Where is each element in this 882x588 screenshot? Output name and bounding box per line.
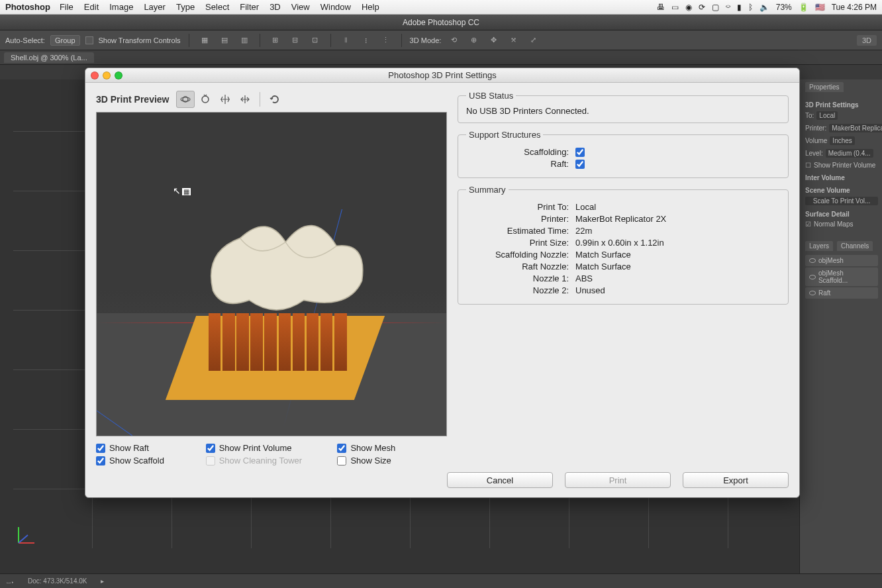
eye-icon[interactable]: ◉ xyxy=(685,3,692,12)
dist-icon-3[interactable]: ⋮ xyxy=(379,33,393,48)
prop-volume-value[interactable]: Inches xyxy=(830,136,854,145)
orbit-tool-icon[interactable] xyxy=(176,91,195,108)
minimize-icon[interactable] xyxy=(103,72,111,79)
properties-panel: Properties 3D Print Settings To:Local Pr… xyxy=(799,79,882,588)
clock[interactable]: Tue 4:26 PM xyxy=(832,3,877,12)
dist-icon-2[interactable]: ⫶ xyxy=(359,33,373,48)
document-tab-bar: Shell.obj @ 300% (La... xyxy=(0,50,882,65)
show-transform-label: Show Transform Controls xyxy=(99,36,181,44)
scale-to-print-button[interactable]: Scale To Print Vol... xyxy=(805,197,878,205)
print-button[interactable]: Print xyxy=(565,472,671,488)
signal-icon[interactable]: ▮ xyxy=(737,3,742,12)
printer-icon[interactable]: 🖶 xyxy=(657,3,665,12)
summary-scaffold-nozzle-label: Scaffolding Nozzle: xyxy=(466,250,569,260)
export-button[interactable]: Export xyxy=(683,472,789,488)
menu-3d[interactable]: 3D xyxy=(270,2,281,12)
layers-tab[interactable]: Layers xyxy=(805,241,833,251)
channels-tab[interactable]: Channels xyxy=(837,241,873,251)
menu-window[interactable]: Window xyxy=(320,2,351,12)
align-icon-1[interactable]: ▦ xyxy=(197,33,212,48)
summary-nozzle2-value: Unused xyxy=(575,285,605,295)
align-icon-6[interactable]: ⊡ xyxy=(308,33,322,48)
close-icon[interactable] xyxy=(91,72,99,79)
show-printer-volume-check[interactable]: ☐ xyxy=(805,162,811,169)
status-arrow-icon[interactable]: ▸ xyxy=(101,577,104,585)
pan-tool-icon[interactable] xyxy=(216,91,234,108)
raft-label: Raft: xyxy=(466,159,569,169)
flag-icon[interactable]: 🇺🇸 xyxy=(815,3,825,12)
volume-icon[interactable]: 🔈 xyxy=(760,3,769,12)
show-size-checkbox[interactable]: Show Size xyxy=(337,456,447,466)
properties-tab[interactable]: Properties xyxy=(805,82,844,92)
menu-file[interactable]: File xyxy=(60,2,74,12)
3d-print-settings-dialog: Photoshop 3D Print Settings 3D Print Pre… xyxy=(85,68,800,498)
show-raft-checkbox[interactable]: Show Raft xyxy=(96,443,206,453)
prop-level-value[interactable]: Medium (0.4... xyxy=(826,149,873,158)
align-icon-5[interactable]: ⊟ xyxy=(288,33,303,48)
raft-checkbox[interactable] xyxy=(575,160,585,169)
pan-icon[interactable]: ✥ xyxy=(486,33,501,48)
sync-icon[interactable]: ⟳ xyxy=(699,3,705,12)
dialog-titlebar[interactable]: Photoshop 3D Print Settings xyxy=(85,68,799,83)
menu-filter[interactable]: Filter xyxy=(240,2,259,12)
axis-gizmo[interactable] xyxy=(13,522,40,548)
cancel-button[interactable]: Cancel xyxy=(447,472,553,488)
visibility-icon[interactable] xyxy=(809,275,816,279)
layer-item[interactable]: objMesh xyxy=(805,255,878,266)
orbit-icon[interactable]: ⟲ xyxy=(446,33,461,48)
layer-item[interactable]: objMesh Scaffold... xyxy=(805,268,878,286)
visibility-icon[interactable] xyxy=(809,258,816,263)
normal-maps-check[interactable]: ☑ xyxy=(805,220,811,228)
scale-icon[interactable]: ⤢ xyxy=(526,33,540,48)
auto-select-dropdown[interactable]: Group xyxy=(50,35,80,46)
svg-point-4 xyxy=(181,97,190,101)
doc-size[interactable]: Doc: 473.3K/514.0K xyxy=(28,577,87,585)
prop-level-label: Level: xyxy=(805,150,823,157)
display-icon[interactable]: ▭ xyxy=(671,3,679,12)
roll-icon[interactable]: ⊕ xyxy=(466,33,481,48)
layer-item[interactable]: Raft xyxy=(805,287,878,299)
slide-tool-icon[interactable] xyxy=(236,91,254,108)
menu-type[interactable]: Type xyxy=(176,2,195,12)
show-cleaning-tower-checkbox: Show Cleaning Tower xyxy=(206,456,338,466)
show-print-volume-checkbox[interactable]: Show Print Volume xyxy=(206,443,338,453)
align-icon-3[interactable]: ▥ xyxy=(237,33,252,48)
wifi-icon[interactable]: ⌔ xyxy=(726,3,730,12)
zoom-icon[interactable] xyxy=(115,72,122,79)
auto-select-label: Auto-Select: xyxy=(5,36,45,44)
menu-edit[interactable]: Edit xyxy=(84,2,99,12)
reset-view-icon[interactable] xyxy=(266,91,284,108)
align-icon-4[interactable]: ⊞ xyxy=(268,33,283,48)
visibility-icon[interactable] xyxy=(809,291,816,295)
menu-select[interactable]: Select xyxy=(205,2,229,12)
usb-status-group: USB Status No USB 3D Printers Connected. xyxy=(458,91,789,123)
document-tab[interactable]: Shell.obj @ 300% (La... xyxy=(4,52,94,63)
prop-printer-value[interactable]: MakerBot Replicat... xyxy=(829,124,882,132)
show-mesh-checkbox[interactable]: Show Mesh xyxy=(337,443,447,453)
menu-view[interactable]: View xyxy=(291,2,310,12)
dist-icon-1[interactable]: ⫴ xyxy=(339,33,354,48)
summary-group: Summary Print To:Local Printer:MakerBot … xyxy=(458,185,789,305)
usb-status-legend: USB Status xyxy=(466,91,516,101)
battery-percent[interactable]: 73% xyxy=(776,3,792,12)
bluetooth-icon[interactable]: ᛒ xyxy=(748,3,753,12)
summary-time-label: Estimated Time: xyxy=(466,226,569,236)
app-name[interactable]: Photoshop xyxy=(5,2,50,12)
workspace-badge[interactable]: 3D xyxy=(857,35,877,46)
menu-layer[interactable]: Layer xyxy=(144,2,166,12)
inter-volume-heading: Inter Volume xyxy=(805,174,878,181)
scaffolding-checkbox[interactable] xyxy=(575,148,585,157)
roll-tool-icon[interactable] xyxy=(196,91,215,108)
align-icon-2[interactable]: ▤ xyxy=(217,33,232,48)
menu-help[interactable]: Help xyxy=(362,2,379,12)
show-transform-checkbox[interactable] xyxy=(85,36,93,44)
prop-to-value[interactable]: Local xyxy=(816,111,838,120)
airplay-icon[interactable]: ▢ xyxy=(712,3,719,12)
menu-image[interactable]: Image xyxy=(109,2,133,12)
status-bar: ⎵▸ Doc: 473.3K/514.0K ▸ xyxy=(0,573,882,588)
3d-preview-viewport[interactable]: ↖▦ xyxy=(96,112,447,436)
prop-volume-label: Volume xyxy=(805,137,827,144)
zoom-indicator[interactable]: ⎵▸ xyxy=(7,577,15,585)
show-scaffold-checkbox[interactable]: Show Scaffold xyxy=(96,456,206,466)
slide-icon[interactable]: ⤧ xyxy=(506,33,520,48)
